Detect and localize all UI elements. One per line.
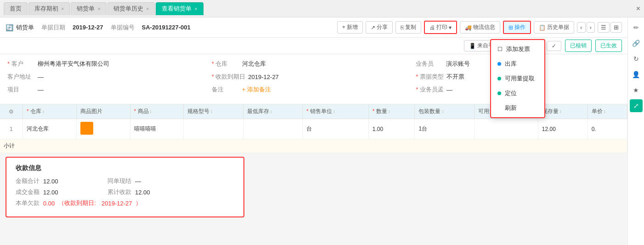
print-icon: 🖨 xyxy=(429,24,435,31)
project-field: 项目 — xyxy=(7,85,212,94)
sidebar-refresh-icon[interactable]: ↻ xyxy=(630,52,643,65)
dropdown-add-invoice[interactable]: ☐ 添加发票 xyxy=(491,42,544,57)
address-field: 客户地址 — xyxy=(7,73,212,81)
print-button[interactable]: 🖨 打印 ▾ xyxy=(425,22,456,33)
same-order-settle-value: — xyxy=(135,178,141,185)
doc-number-label: 单据编号 xyxy=(111,23,135,32)
col-quantity: 数量↕ xyxy=(368,104,415,119)
col-package-qty: 包装数量↕ xyxy=(415,104,474,119)
tab-sales-close[interactable]: × xyxy=(97,6,100,11)
logistics-button[interactable]: 🚚 物流信息 xyxy=(460,21,500,34)
next-arrow[interactable]: › xyxy=(587,22,595,33)
table-row: 1 河北仓库 嘻嘻嘻嘻 台 1.00 1台 12.00 0. xyxy=(0,119,627,139)
customer-value: 柳州粤港平安气体有限公司 xyxy=(38,60,109,68)
operate-button[interactable]: ⊞ 操作 xyxy=(504,22,530,33)
deal-amount-label: 成交金额 xyxy=(16,188,40,196)
dropdown-refresh[interactable]: 刷新 xyxy=(491,101,544,115)
tab-home-label: 首页 xyxy=(10,5,22,13)
add-invoice-label: 添加发票 xyxy=(506,45,530,53)
doc-type-icon: 🔄 xyxy=(6,24,13,31)
tab-sales-history-close[interactable]: × xyxy=(146,6,149,11)
due-date-value: 2019-12-27 xyxy=(102,200,132,207)
dropdown-locate[interactable]: 定位 xyxy=(491,86,544,101)
tab-sales[interactable]: 销货单 × xyxy=(71,2,106,15)
col-current-stock: 现存量↕ xyxy=(538,104,588,119)
tab-view-sales-close[interactable]: × xyxy=(194,6,197,11)
customer-field: 客户 柳州粤港平安气体有限公司 xyxy=(7,60,212,68)
project-value: — xyxy=(38,86,44,93)
dropdown-available-take[interactable]: 可用量提取 xyxy=(491,71,544,86)
row-image xyxy=(76,119,130,139)
available-take-label: 可用量提取 xyxy=(505,74,535,83)
doc-actions: + 新增 ↗ 分享 ⎘ 复制 🖨 打印 ▾ 🚚 xyxy=(337,21,622,34)
row-warehouse: 河北仓库 xyxy=(23,119,76,139)
dropdown-outbound[interactable]: 出库 xyxy=(491,57,544,71)
doc-date-label: 单据日期 xyxy=(41,23,65,32)
print-dropdown-arrow[interactable]: ▾ xyxy=(449,24,452,31)
col-warehouse: 仓库↕ xyxy=(23,104,76,119)
sidebar-edit-icon[interactable]: ✏ xyxy=(630,21,643,34)
share-button[interactable]: ↗ 分享 xyxy=(366,21,393,34)
col-min-stock: 最低库存↕ xyxy=(243,104,302,119)
sidebar-expand-icon[interactable]: ⤢ xyxy=(630,99,643,112)
tab-inventory-close[interactable]: × xyxy=(61,6,64,11)
yishengxiao-button[interactable]: 已生效 xyxy=(595,40,622,52)
row-package-qty: 1台 xyxy=(415,119,474,139)
outbound-dot-icon xyxy=(497,62,501,66)
copy-icon: ⎘ xyxy=(401,24,404,31)
payment-row-2: 成交金额 12.00 累计收款 12.00 xyxy=(16,188,234,196)
confirm-button[interactable]: ✓ xyxy=(547,41,561,51)
tab-sales-label: 销货单 xyxy=(77,5,95,13)
col-image: 商品图片 xyxy=(76,104,130,119)
project-label: 项目 xyxy=(7,85,35,94)
logistics-icon: 🚚 xyxy=(465,24,472,31)
prev-arrow[interactable]: ‹ xyxy=(577,22,585,33)
payment-box: 收款信息 金额合计 12.00 同单现结 — 成交金额 12.00 xyxy=(6,157,244,217)
same-order-settle-label: 同单现结 xyxy=(107,177,131,185)
tab-home[interactable]: 首页 xyxy=(4,2,28,15)
locate-label: 定位 xyxy=(505,89,517,97)
col-spec: 规格型号↕ xyxy=(184,104,243,119)
ticket-type-label: 票据类型 xyxy=(416,73,444,81)
staff-value: 演示账号 xyxy=(446,60,470,68)
grid-view-button[interactable]: ⊞ xyxy=(610,22,622,33)
amount-total-label: 金额合计 xyxy=(16,177,40,185)
sidebar-user-icon[interactable]: 👤 xyxy=(630,68,643,81)
sidebar-star-icon[interactable]: ★ xyxy=(630,84,643,97)
list-view-button[interactable]: ☰ xyxy=(598,22,610,33)
doc-number-value: SA-20191227-001 xyxy=(142,24,191,31)
note-label: 备注 xyxy=(212,85,239,94)
history-button[interactable]: 📋 历史单据 xyxy=(534,21,574,34)
col-unit: 销售单位↕ xyxy=(303,104,369,119)
share-icon: ↗ xyxy=(371,24,375,31)
outbound-label: 出库 xyxy=(505,60,517,68)
tab-view-sales[interactable]: 查看销货单 × xyxy=(156,2,203,15)
row-index: 1 xyxy=(0,119,23,139)
tab-inventory-label: 库存期初 xyxy=(34,5,58,13)
copy-button[interactable]: ⎘ 复制 xyxy=(395,21,421,34)
order-due-value: 0.00 xyxy=(43,200,55,207)
operate-highlight-box: ⊞ 操作 xyxy=(503,21,531,34)
locate-dot-icon xyxy=(497,91,501,95)
new-button[interactable]: + 新增 xyxy=(337,21,363,34)
add-note-button[interactable]: 添加备注 xyxy=(242,85,271,94)
amount-total-field: 金额合计 12.00 xyxy=(16,177,89,185)
deal-amount-field: 成交金额 12.00 xyxy=(16,188,89,196)
tab-sales-history[interactable]: 销货单历史 × xyxy=(107,2,155,15)
window-close-button[interactable]: × xyxy=(636,5,640,13)
print-highlight-box: 🖨 打印 ▾ xyxy=(424,21,457,34)
tab-inventory[interactable]: 库存期初 × xyxy=(28,2,70,15)
product-thumbnail xyxy=(80,122,93,135)
nav-arrows: ‹ › xyxy=(577,22,595,33)
col-settings[interactable]: ⚙ xyxy=(0,104,23,119)
customer-label: 客户 xyxy=(7,60,35,68)
sidebar-link-icon[interactable]: 🔗 xyxy=(630,37,643,50)
confirm-icon: ✓ xyxy=(552,43,556,49)
address-value: — xyxy=(38,74,44,80)
warehouse-label: 仓库 xyxy=(212,60,239,68)
payment-row-3: 本单欠款 0.00 （收款到期日: 2019-12-27 ） xyxy=(16,199,234,207)
sales-staff-value: — xyxy=(446,86,452,93)
note-field: 备注 添加备注 xyxy=(212,85,416,94)
operate-grid-icon: ⊞ xyxy=(508,24,513,31)
yihexiao-button[interactable]: 已核销 xyxy=(565,40,592,52)
